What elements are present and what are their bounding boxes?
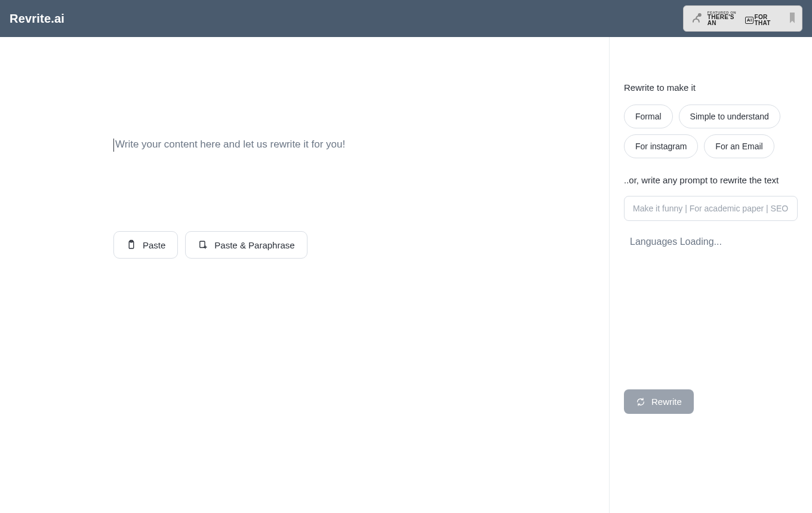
paste-paraphrase-label: Paste & Paraphrase bbox=[214, 240, 294, 250]
svg-rect-3 bbox=[200, 241, 205, 248]
pill-simple[interactable]: Simple to understand bbox=[679, 105, 780, 128]
paste-paraphrase-button[interactable]: Paste & Paraphrase bbox=[185, 231, 307, 259]
languages-loading: Languages Loading... bbox=[624, 236, 798, 247]
badge-prefix: THERE'S AN bbox=[708, 14, 745, 26]
content-placeholder: Write your content here and let us rewri… bbox=[115, 139, 345, 150]
content-area[interactable]: Write your content here and let us rewri… bbox=[0, 37, 609, 513]
rewrite-button[interactable]: Rewrite bbox=[624, 389, 694, 414]
main-container: Write your content here and let us rewri… bbox=[0, 37, 812, 513]
content-editor[interactable]: Write your content here and let us rewri… bbox=[113, 139, 609, 152]
sidebar: Rewrite to make it Formal Simple to unde… bbox=[609, 37, 812, 513]
rewrite-heading: Rewrite to make it bbox=[624, 82, 798, 93]
pill-formal[interactable]: Formal bbox=[624, 105, 673, 128]
refresh-icon bbox=[636, 397, 645, 407]
paste-button[interactable]: Paste bbox=[113, 231, 178, 259]
paste-button-group: Paste Paste & Paraphrase bbox=[113, 231, 307, 259]
rewrite-label: Rewrite bbox=[651, 397, 682, 407]
app-logo[interactable]: Revrite.ai bbox=[10, 12, 64, 26]
badge-ai: AI bbox=[745, 17, 754, 24]
prompt-input[interactable] bbox=[624, 196, 798, 221]
paste-label: Paste bbox=[143, 240, 165, 250]
clipboard-plus-icon bbox=[198, 239, 208, 250]
text-cursor bbox=[113, 139, 114, 152]
featured-badge[interactable]: FEATURED ON THERE'S AN AI FOR THAT bbox=[683, 5, 802, 32]
header: Revrite.ai FEATURED ON THERE'S AN AI FOR… bbox=[0, 0, 812, 37]
pill-instagram[interactable]: For instagram bbox=[624, 134, 698, 158]
bookmark-icon bbox=[789, 13, 796, 24]
badge-suffix: FOR THAT bbox=[754, 14, 785, 26]
arm-icon bbox=[690, 11, 704, 26]
pill-email[interactable]: For an Email bbox=[704, 134, 774, 158]
rewrite-pill-group: Formal Simple to understand For instagra… bbox=[624, 105, 798, 158]
prompt-subheading: ..or, write any prompt to rewrite the te… bbox=[624, 175, 798, 185]
badge-text: FEATURED ON THERE'S AN AI FOR THAT bbox=[708, 11, 785, 26]
clipboard-icon bbox=[126, 239, 137, 250]
badge-bottom-text: THERE'S AN AI FOR THAT bbox=[708, 14, 785, 26]
svg-point-0 bbox=[699, 14, 701, 16]
